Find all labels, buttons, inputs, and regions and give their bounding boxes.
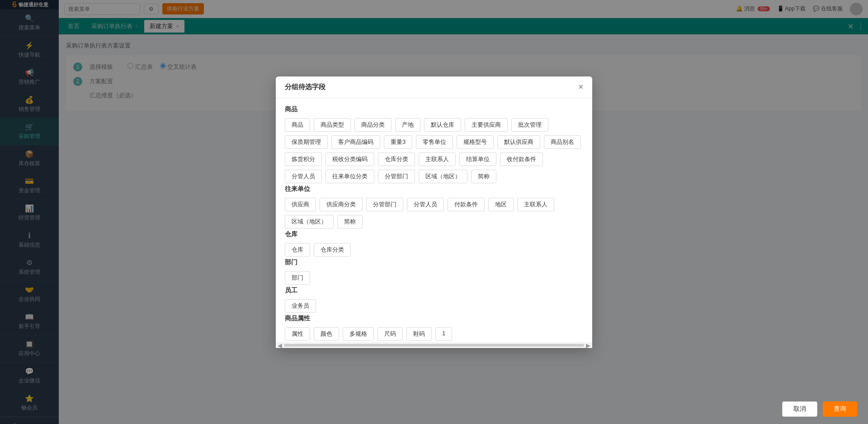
section-staff: 员工 业务员 xyxy=(285,286,583,313)
field-chip[interactable]: 税收分类编码 xyxy=(326,152,374,166)
scrollbar-left-arrow[interactable]: ◀ xyxy=(278,342,282,349)
field-chip[interactable]: 默认仓库 xyxy=(424,118,461,132)
field-chip[interactable]: 规格型号 xyxy=(457,135,494,149)
modal-header: 分组待选字段 × xyxy=(276,76,592,98)
scrollbar-right-arrow[interactable]: ▶ xyxy=(586,342,590,349)
field-chip[interactable]: 主联系人 xyxy=(419,152,456,166)
field-chip[interactable]: 仓库分类 xyxy=(378,152,415,166)
section-goods-chips: 商品商品类型商品分类产地默认仓库主要供应商批次管理保质期管理客户商品编码重量3零… xyxy=(285,118,583,183)
modal-footer-actions: 取消 查询 xyxy=(782,401,857,417)
section-warehouse-chips: 仓库仓库分类 xyxy=(285,243,583,257)
horizontal-scrollbar[interactable] xyxy=(284,344,584,347)
field-chip[interactable]: 部门 xyxy=(285,271,310,285)
field-chip[interactable]: 主联系人 xyxy=(517,198,554,211)
field-chip[interactable]: 商品分类 xyxy=(354,118,392,132)
field-select-modal: 分组待选字段 × 商品 商品商品类型商品分类产地默认仓库主要供应商批次管理保质期… xyxy=(276,76,592,348)
field-chip[interactable]: 产地 xyxy=(395,118,420,132)
field-chip[interactable]: 属性 xyxy=(285,327,310,341)
field-chip[interactable]: 多规格 xyxy=(343,327,374,341)
field-chip[interactable]: 鞋码 xyxy=(406,327,432,341)
field-chip[interactable]: 区域（地区） xyxy=(285,215,334,229)
field-chip[interactable]: 客户商品编码 xyxy=(331,135,380,149)
field-chip[interactable]: 尺码 xyxy=(377,327,403,341)
field-chip[interactable]: 分管人员 xyxy=(285,170,322,183)
field-chip[interactable]: 炼货积分 xyxy=(285,152,322,166)
confirm-button[interactable]: 查询 xyxy=(823,401,857,417)
field-chip[interactable]: 供应商分类 xyxy=(320,198,363,211)
field-chip[interactable]: 收付款条件 xyxy=(500,152,543,166)
section-warehouse-title: 仓库 xyxy=(285,230,583,238)
field-chip[interactable]: 仓库 xyxy=(285,243,310,257)
field-chip[interactable]: 地区 xyxy=(488,198,514,211)
section-goods-title: 商品 xyxy=(285,105,583,114)
field-chip[interactable]: 业务员 xyxy=(285,299,316,313)
cancel-button[interactable]: 取消 xyxy=(782,401,817,417)
field-chip[interactable]: 保质期管理 xyxy=(285,135,328,149)
field-chip[interactable]: 结算单位 xyxy=(459,152,496,166)
modal-title: 分组待选字段 xyxy=(285,83,326,91)
field-chip[interactable]: 主要供应商 xyxy=(465,118,508,132)
field-chip[interactable]: 分管部门 xyxy=(378,170,415,183)
field-chip[interactable]: 往来单位分类 xyxy=(326,170,374,183)
field-chip[interactable]: 区域（地区） xyxy=(419,170,467,183)
section-partners-title: 往来单位 xyxy=(285,185,583,193)
modal-close-button[interactable]: × xyxy=(578,83,583,91)
field-chip[interactable]: 简称 xyxy=(471,170,496,183)
field-chip[interactable]: 商品 xyxy=(285,118,310,132)
section-goods-attr-chips: 属性颜色多规格尺码鞋码1 xyxy=(285,327,583,341)
field-chip[interactable]: 分管人员 xyxy=(407,198,444,211)
section-goods-attr: 商品属性 属性颜色多规格尺码鞋码1 xyxy=(285,314,583,341)
field-chip[interactable]: 批次管理 xyxy=(511,118,548,132)
section-partners-chips: 供应商供应商分类分管部门分管人员付款条件地区主联系人区域（地区）简称 xyxy=(285,198,583,229)
section-department-title: 部门 xyxy=(285,258,583,267)
field-chip[interactable]: 仓库分类 xyxy=(314,243,351,257)
field-chip[interactable]: 默认供应商 xyxy=(497,135,540,149)
section-department-chips: 部门 xyxy=(285,271,583,285)
section-warehouse: 仓库 仓库仓库分类 xyxy=(285,230,583,257)
section-staff-title: 员工 xyxy=(285,286,583,295)
section-goods-attr-title: 商品属性 xyxy=(285,314,583,323)
field-chip[interactable]: 商品类型 xyxy=(314,118,351,132)
field-chip[interactable]: 零售单位 xyxy=(416,135,453,149)
field-chip[interactable]: 分管部门 xyxy=(366,198,403,211)
modal-overlay: 分组待选字段 × 商品 商品商品类型商品分类产地默认仓库主要供应商批次管理保质期… xyxy=(0,0,868,424)
modal-scrollbar-area: ◀ ▶ xyxy=(276,343,592,348)
field-chip[interactable]: 重量3 xyxy=(384,135,412,149)
field-chip[interactable]: 商品别名 xyxy=(544,135,581,149)
field-chip[interactable]: 1 xyxy=(435,327,452,341)
field-chip[interactable]: 颜色 xyxy=(314,327,339,341)
field-chip[interactable]: 简称 xyxy=(337,215,363,229)
field-chip[interactable]: 供应商 xyxy=(285,198,316,211)
section-goods: 商品 商品商品类型商品分类产地默认仓库主要供应商批次管理保质期管理客户商品编码重… xyxy=(285,105,583,183)
section-partners: 往来单位 供应商供应商分类分管部门分管人员付款条件地区主联系人区域（地区）简称 xyxy=(285,185,583,229)
section-staff-chips: 业务员 xyxy=(285,299,583,313)
field-chip[interactable]: 付款条件 xyxy=(448,198,485,211)
modal-body: 商品 商品商品类型商品分类产地默认仓库主要供应商批次管理保质期管理客户商品编码重… xyxy=(276,98,592,343)
section-department: 部门 部门 xyxy=(285,258,583,285)
